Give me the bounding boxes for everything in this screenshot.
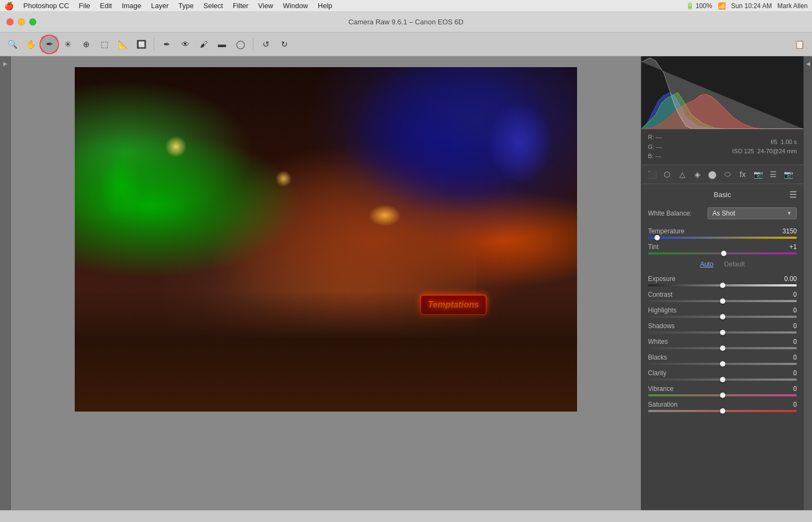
tab-tone-curve[interactable]: ⬡ <box>661 168 673 180</box>
apple-menu[interactable]: 🍎 <box>4 2 14 10</box>
exposure-label: Exposure <box>648 275 676 283</box>
histogram-svg <box>641 56 803 129</box>
chevron-down-icon: ▼ <box>787 210 792 216</box>
right-panel: R: --- G: --- B: --- f/5 1.00 s ISO 125 … <box>641 56 803 510</box>
radial-filter-icon: ◯ <box>236 40 245 49</box>
photo-canvas: Temptations <box>75 67 577 412</box>
tab-split-toning[interactable]: ⬤ <box>706 168 718 180</box>
exposure-track[interactable] <box>648 284 797 286</box>
white-balance-tool[interactable]: ✒ <box>41 36 57 53</box>
red-eye-icon: 👁 <box>181 40 189 49</box>
street-overlay <box>75 291 577 412</box>
right-panel-toggle[interactable]: ◀ <box>806 61 810 67</box>
tab-lens-corrections[interactable]: ⬭ <box>722 168 734 180</box>
color-sampler-icon: ✳ <box>64 40 71 49</box>
menu-layer[interactable]: Layer <box>147 1 173 11</box>
whites-row: Whites 0 <box>641 336 803 351</box>
menu-filter[interactable]: Filter <box>228 1 253 11</box>
temperature-track[interactable] <box>648 237 797 239</box>
tint-label: Tint <box>648 243 659 251</box>
saturation-thumb[interactable] <box>720 408 725 414</box>
highlights-track[interactable] <box>648 316 797 318</box>
maximize-button[interactable] <box>29 18 36 25</box>
highlights-value: 0 <box>778 306 797 314</box>
contrast-thumb[interactable] <box>720 298 725 304</box>
camera-info-bar: R: --- G: --- B: --- f/5 1.00 s ISO 125 … <box>641 129 803 165</box>
filmstrip-toggle[interactable]: 📋 <box>791 36 808 53</box>
filmstrip-icon: 📋 <box>795 40 805 49</box>
rotate-cw-tool[interactable]: ↻ <box>276 36 292 53</box>
targeted-adjustment-tool[interactable]: ⊕ <box>78 36 94 53</box>
saturation-track[interactable] <box>648 410 797 412</box>
tab-hsl[interactable]: ◈ <box>691 168 703 180</box>
panel-title: Basic <box>714 191 731 199</box>
menu-view[interactable]: View <box>254 1 278 11</box>
contrast-label: Contrast <box>648 291 672 298</box>
highlights-thumb[interactable] <box>720 314 725 319</box>
tab-presets[interactable]: ☰ <box>767 168 779 180</box>
vibrance-thumb[interactable] <box>720 393 725 398</box>
menu-photoshop[interactable]: Photoshop CC <box>19 1 74 11</box>
menu-image[interactable]: Image <box>117 1 146 11</box>
straighten-tool[interactable]: 📐 <box>115 36 131 53</box>
spot-removal-tool[interactable]: ✒ <box>159 36 175 53</box>
minimize-button[interactable] <box>18 18 25 25</box>
zoom-icon: 🔍 <box>8 40 18 49</box>
tab-effects[interactable]: fx <box>737 168 749 180</box>
rotate-ccw-tool[interactable]: ↺ <box>258 36 274 53</box>
rotate-ccw-icon: ↺ <box>263 40 270 49</box>
adjustment-brush-tool[interactable]: 🖌 <box>195 36 212 53</box>
g-label: G: <box>648 143 654 150</box>
color-sampler-tool[interactable]: ✳ <box>60 36 76 53</box>
menu-select[interactable]: Select <box>199 1 227 11</box>
vibrance-value: 0 <box>778 385 797 393</box>
menu-help[interactable]: Help <box>313 1 337 11</box>
crop-tool[interactable]: ⬚ <box>96 36 113 53</box>
contrast-track[interactable] <box>648 300 797 302</box>
histogram <box>641 56 803 129</box>
transform-tool[interactable]: 🔲 <box>133 36 149 53</box>
vibrance-track[interactable] <box>648 394 797 396</box>
blacks-track[interactable] <box>648 363 797 365</box>
tab-snapshots[interactable]: 📷 <box>782 168 794 180</box>
menu-file[interactable]: File <box>75 1 95 11</box>
hand-tool[interactable]: ✋ <box>23 36 39 53</box>
red-eye-removal-tool[interactable]: 👁 <box>177 36 193 53</box>
auto-default-row: Auto Default <box>641 257 803 271</box>
default-button[interactable]: Default <box>724 260 745 268</box>
close-button[interactable] <box>6 18 14 25</box>
whites-track[interactable] <box>648 347 797 349</box>
tab-camera-calibration[interactable]: 📷 <box>752 168 764 180</box>
white-balance-select[interactable]: As Shot ▼ <box>708 207 797 219</box>
tab-detail[interactable]: △ <box>676 168 688 180</box>
radial-filter-tool[interactable]: ◯ <box>232 36 248 53</box>
temperature-thumb[interactable] <box>654 235 660 240</box>
auto-button[interactable]: Auto <box>700 260 713 268</box>
saturation-row: Saturation 0 <box>641 399 803 414</box>
window-controls <box>6 18 36 25</box>
clarity-track[interactable] <box>648 379 797 381</box>
status-bar <box>0 510 812 522</box>
shadows-thumb[interactable] <box>720 330 725 335</box>
white-balance-label: White Balance: <box>648 210 708 217</box>
window-title: Camera Raw 9.6.1 – Canon EOS 6D <box>349 18 463 26</box>
zoom-tool[interactable]: 🔍 <box>4 36 21 53</box>
shadows-track[interactable] <box>648 331 797 334</box>
tint-thumb[interactable] <box>721 251 726 256</box>
menu-window[interactable]: Window <box>279 1 312 11</box>
crop-icon: ⬚ <box>101 40 108 49</box>
tint-track[interactable] <box>648 252 797 255</box>
exposure-thumb[interactable] <box>720 283 725 288</box>
panel-menu-icon[interactable]: ☰ <box>789 190 797 200</box>
tab-basic[interactable]: ⬛ <box>646 168 658 180</box>
clarity-thumb[interactable] <box>720 377 725 382</box>
menu-type[interactable]: Type <box>174 1 198 11</box>
panel-basic-header: Basic ☰ <box>641 188 803 201</box>
whites-thumb[interactable] <box>720 345 725 351</box>
menu-edit[interactable]: Edit <box>96 1 116 11</box>
blue-lights <box>487 102 552 183</box>
blacks-thumb[interactable] <box>720 361 725 367</box>
whites-label: Whites <box>648 338 668 345</box>
left-panel-toggle[interactable]: ▶ <box>3 61 8 67</box>
graduated-filter-tool[interactable]: ▬ <box>214 36 230 53</box>
